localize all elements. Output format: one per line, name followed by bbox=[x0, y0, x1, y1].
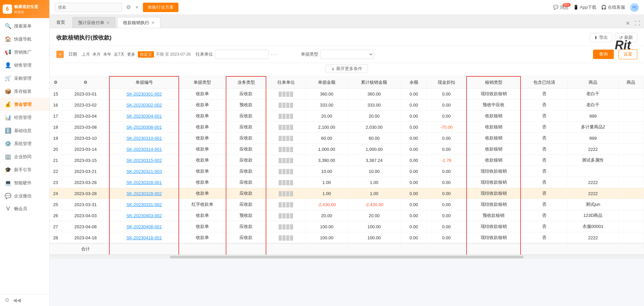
sidebar-item-newbie[interactable]: 🎓新手引导 bbox=[0, 163, 49, 176]
col-setting[interactable]: ⚙ bbox=[50, 76, 62, 88]
solution-btn[interactable]: 体验行业方案 bbox=[143, 3, 178, 12]
data-table: ⚙ ⚙ 单据编号 单据类型 业务类型 往来单位 单据金额 累计核销金额 余额 现… bbox=[50, 76, 644, 255]
total-cell bbox=[521, 243, 568, 255]
sidebar-item-corp[interactable]: 🏢企业协同 bbox=[0, 150, 49, 163]
sidebar-item-wechat[interactable]: 💬企业微信 bbox=[0, 189, 49, 202]
last7-btn[interactable]: 近7天 bbox=[114, 52, 124, 57]
table-row: 222023-03-21SK-20230321-003收款单应收款████10.… bbox=[50, 166, 644, 177]
doc-no-cell[interactable]: SK-20230403-002 bbox=[109, 210, 178, 221]
table-cell: ████ bbox=[266, 188, 306, 199]
table-cell: 60.00 bbox=[347, 133, 401, 144]
doc-no-cell[interactable]: SK-20230328-002 bbox=[109, 188, 178, 199]
this-month-btn[interactable]: 本月 bbox=[93, 52, 101, 57]
table-cell: ████ bbox=[266, 232, 306, 244]
tab-prepay[interactable]: 预计应收付单 ✕ bbox=[72, 17, 115, 28]
tab-home[interactable]: 首页 bbox=[51, 17, 70, 28]
table-cell: 收款单 bbox=[179, 88, 226, 100]
doc-no-cell[interactable]: SK-20230304-001 bbox=[109, 111, 178, 122]
notif-count: 99+ bbox=[563, 3, 571, 7]
table-row: 232023-03-28SK-20230328-001收款单应收款████1.0… bbox=[50, 177, 644, 188]
doc-no-cell[interactable]: SK-20230321-003 bbox=[109, 166, 178, 177]
table-cell: ████ bbox=[266, 210, 306, 221]
table-cell: ████ bbox=[266, 144, 306, 155]
sidebar-item-smart[interactable]: 💻智能硬件 bbox=[0, 176, 49, 189]
table-cell: ████ bbox=[266, 133, 306, 144]
table-cell bbox=[618, 144, 644, 155]
counterparty-input[interactable] bbox=[215, 50, 269, 59]
sidebar-item-marketing[interactable]: 📢营销推广 bbox=[0, 46, 49, 59]
doc-no-cell[interactable]: SK-20230314-001 bbox=[109, 144, 178, 155]
table-cell: 28 bbox=[50, 232, 62, 244]
table-cell: 0.00 bbox=[427, 210, 467, 221]
writeoff-type-cell: 收款核销 bbox=[467, 155, 521, 166]
expand-tab-btn[interactable]: ⛶ bbox=[633, 19, 641, 28]
sidebar-item-quick[interactable]: 🏠快捷导航 bbox=[0, 33, 49, 46]
col-goods2: 商品 bbox=[618, 76, 644, 88]
sidebar-item-operation[interactable]: 📊经营管理 bbox=[0, 111, 49, 124]
doc-no-cell[interactable]: SK-20230302-002 bbox=[109, 100, 178, 111]
doc-type-select[interactable] bbox=[320, 50, 374, 59]
filter-expand-btn[interactable]: » bbox=[56, 51, 64, 58]
gear-icon[interactable]: ⚙ bbox=[126, 4, 131, 10]
biz-type-cell: 应收款 bbox=[226, 166, 266, 177]
table-cell bbox=[618, 177, 644, 188]
doc-no-cell[interactable]: SK-20230408-001 bbox=[109, 221, 178, 232]
custom-btn[interactable]: 自定义 bbox=[138, 51, 154, 58]
table-cell: 0.00 bbox=[427, 100, 467, 111]
sidebar-item-finance[interactable]: 💰资金管理 bbox=[0, 98, 49, 111]
doc-no-cell[interactable]: SK-20230310-001 bbox=[109, 133, 178, 144]
doc-no-cell[interactable]: SK-20230331-002 bbox=[109, 199, 178, 210]
sidebar-item-basic[interactable]: ℹ️基础信息 bbox=[0, 124, 49, 137]
doc-no-cell[interactable]: SK-20230418-001 bbox=[109, 232, 178, 244]
table-cell: 24 bbox=[50, 188, 62, 199]
table-cell: 收款单 bbox=[179, 210, 226, 221]
table-cell: 2,100.00 bbox=[306, 122, 347, 133]
collapse-icon[interactable]: ◀◀ bbox=[13, 297, 21, 303]
table-cell: 2023-04-08 bbox=[62, 221, 109, 232]
biz-type-cell: 应收款 bbox=[226, 144, 266, 155]
expand-more-btn[interactable]: ∨ 展开更多条件 bbox=[326, 64, 368, 73]
doc-no-cell[interactable]: SK-20230315-002 bbox=[109, 155, 178, 166]
user-avatar[interactable]: Rit bbox=[630, 3, 639, 12]
sidebar-label-newbie: 新手引导 bbox=[14, 167, 32, 173]
more-btn[interactable]: 更多 bbox=[127, 52, 135, 57]
search-input[interactable] bbox=[55, 3, 122, 12]
table-cell: 0.00 bbox=[427, 133, 467, 144]
settings-icon[interactable]: ⚙ bbox=[5, 297, 9, 303]
table-cell: 收款单 bbox=[179, 155, 226, 166]
scroll-thumb[interactable] bbox=[170, 256, 524, 258]
table-cell bbox=[618, 232, 644, 244]
export-btn[interactable]: ⬆ 导出 bbox=[590, 33, 612, 42]
last-month-btn[interactable]: 上月 bbox=[82, 52, 90, 57]
table-cell: 老白干 bbox=[568, 88, 618, 100]
sidebar-item-purchase[interactable]: 🛒采购管理 bbox=[0, 72, 49, 85]
sidebar-item-member[interactable]: V畅会员 bbox=[0, 202, 49, 215]
app-download-btn[interactable]: 📱 App下载 bbox=[573, 4, 596, 10]
service-btn[interactable]: 🎧 在线客服 bbox=[601, 4, 625, 10]
tab-close-prepay[interactable]: ✕ bbox=[106, 20, 110, 25]
tab-collection[interactable]: 收款核销执行 ✕ bbox=[117, 17, 160, 28]
sidebar-bottom: ⚙ ◀◀ bbox=[0, 294, 49, 306]
scroll-bar[interactable] bbox=[50, 255, 644, 259]
more-options-icon[interactable]: ··· bbox=[271, 51, 278, 58]
doc-no-cell[interactable]: SK-20230308-001 bbox=[109, 122, 178, 133]
message-btn[interactable]: 💬 消息 99+ bbox=[553, 4, 569, 10]
table-cell: 0.00 bbox=[427, 88, 467, 100]
topbar-right: 💬 消息 99+ 📱 App下载 🎧 在线客服 Rit bbox=[553, 3, 639, 12]
sidebar-item-system[interactable]: ⚙️系统管理 bbox=[0, 137, 49, 150]
doc-no-cell[interactable]: SK-20230328-001 bbox=[109, 177, 178, 188]
query-btn[interactable]: 查询 bbox=[593, 50, 614, 59]
sidebar-item-search[interactable]: 🔍搜索菜单 bbox=[0, 19, 49, 33]
main-content: ⚙ ▼ 体验行业方案 💬 消息 99+ 📱 App下载 🎧 在线客服 Rit 首 bbox=[50, 0, 644, 306]
tab-close-collection[interactable]: ✕ bbox=[151, 20, 155, 25]
close-tab-btn[interactable]: ✕ bbox=[624, 19, 631, 28]
this-year-btn[interactable]: 本年 bbox=[103, 52, 111, 57]
sidebar-item-inventory[interactable]: 📦库存核算 bbox=[0, 85, 49, 98]
counterparty-label: 往来单位 bbox=[196, 51, 213, 57]
dropdown-chevron[interactable]: ▼ bbox=[135, 5, 139, 10]
table-cell: 2023-03-02 bbox=[62, 100, 109, 111]
table-cell bbox=[618, 122, 644, 133]
doc-no-cell[interactable]: SK-20230301-002 bbox=[109, 88, 178, 100]
sidebar-item-sales[interactable]: 👤销售管理 bbox=[0, 59, 49, 72]
sidebar-icon-sales: 👤 bbox=[5, 62, 11, 68]
